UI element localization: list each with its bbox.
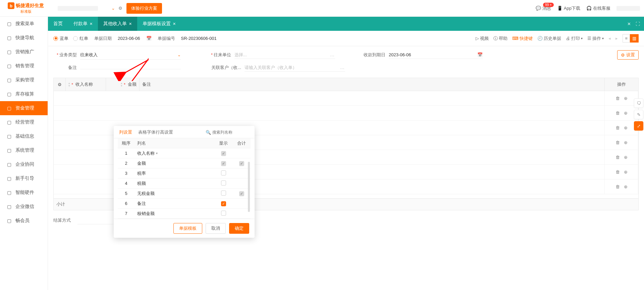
- tab[interactable]: 单据模板设置✕: [137, 17, 181, 31]
- delete-icon[interactable]: 🗑: [615, 155, 620, 160]
- calendar-icon[interactable]: 📅: [146, 36, 152, 41]
- close-icon[interactable]: ✕: [129, 22, 132, 26]
- template-button[interactable]: 单据模板: [173, 223, 202, 234]
- help-button[interactable]: ⓘ帮助: [493, 35, 507, 42]
- row-order: 3: [118, 171, 135, 176]
- operate-button[interactable]: ☰操作▾: [587, 35, 604, 42]
- checkbox-icon[interactable]: [221, 211, 226, 216]
- trial-button[interactable]: 体验行业方案: [126, 3, 162, 14]
- sidebar-item-wechat[interactable]: ▢企业微信: [0, 200, 48, 214]
- tabs-fullscreen-icon[interactable]: ⛶: [634, 20, 641, 28]
- row-order: 5: [118, 191, 135, 196]
- radio-red[interactable]: 红单: [73, 35, 88, 42]
- more-icon[interactable]: …: [330, 52, 335, 57]
- sidebar-item-diamond[interactable]: ▢销售管理: [0, 59, 48, 73]
- print-button[interactable]: 🖨打印▾: [566, 35, 583, 42]
- calendar-icon[interactable]: 📅: [477, 52, 483, 57]
- copy-icon[interactable]: ⊕: [624, 125, 628, 130]
- col-remark[interactable]: 备注: [140, 78, 605, 91]
- popup-tab-columns[interactable]: 列设置: [119, 129, 132, 135]
- scrollbar-thumb[interactable]: [248, 162, 250, 212]
- tab[interactable]: 首页: [48, 17, 68, 31]
- rel-customer-select[interactable]: …: [245, 64, 345, 72]
- history-button[interactable]: 🕘历史单据: [537, 35, 561, 42]
- cancel-button[interactable]: 取消: [206, 223, 226, 234]
- chevron-down-icon: ⌄: [111, 6, 115, 11]
- org-selector[interactable]: ⌄: [58, 6, 115, 11]
- prev-icon[interactable]: ◂: [608, 36, 611, 41]
- sidebar-item-box[interactable]: ▢库存核算: [0, 87, 48, 101]
- sidebar-item-home[interactable]: ▢快捷导航: [0, 31, 48, 45]
- float-expand-icon[interactable]: ⤢: [634, 121, 643, 131]
- col-income-name[interactable]: ▴▾ *收入名称: [66, 78, 106, 91]
- checkbox-icon[interactable]: [221, 191, 226, 196]
- sidebar-item-cart[interactable]: ▢采购管理: [0, 73, 48, 87]
- form-view-button[interactable]: ▥: [630, 34, 639, 43]
- toolbar-right: ▷视频 ⓘ帮助 ⌨快捷键 🕘历史单据 🖨打印▾ ☰操作▾ ◂ ▸ ≡ ▥: [476, 34, 639, 43]
- tab[interactable]: 其他收入单✕: [98, 17, 137, 31]
- chevron-down-icon[interactable]: ▾: [156, 151, 158, 155]
- copy-icon[interactable]: ⊕: [624, 155, 628, 160]
- delete-icon[interactable]: 🗑: [615, 96, 620, 101]
- org-name-blur: [58, 6, 98, 11]
- tabs-close-icon[interactable]: ✕: [626, 20, 632, 28]
- support-link[interactable]: 🎧 在线客服: [586, 5, 610, 11]
- rel-customer-field: 关联客户（收... …: [208, 64, 345, 72]
- popup-search-input[interactable]: [212, 130, 249, 135]
- next-icon[interactable]: ▸: [615, 36, 618, 41]
- gear-icon[interactable]: ⚙: [118, 6, 122, 11]
- sidebar-item-search[interactable]: ▢搜索菜单: [0, 17, 48, 31]
- sidebar-item-doc[interactable]: ▢经营管理: [0, 115, 48, 129]
- sidebar-item-vip[interactable]: ▢畅会员: [0, 214, 48, 228]
- sidebar-item-wallet[interactable]: ▢资金管理: [0, 101, 48, 115]
- float-edit-icon[interactable]: ✎: [634, 110, 643, 119]
- app-download-link[interactable]: 📱 App下载: [557, 5, 580, 11]
- sidebar-item-gift[interactable]: ▢营销推广: [0, 45, 48, 59]
- radio-blue[interactable]: 蓝单: [53, 35, 68, 42]
- delete-icon[interactable]: 🗑: [615, 169, 620, 174]
- delete-icon[interactable]: 🗑: [615, 140, 620, 145]
- party-input[interactable]: [234, 52, 330, 57]
- biz-type-select[interactable]: 往来收入 ⌄: [80, 51, 181, 60]
- sidebar-item-play[interactable]: ▢新手引导: [0, 171, 48, 186]
- float-note-icon[interactable]: 🗨: [634, 98, 643, 108]
- delete-icon[interactable]: 🗑: [615, 111, 620, 116]
- table-row[interactable]: 🗑⊕: [54, 91, 638, 106]
- delete-icon[interactable]: 🗑: [615, 125, 620, 130]
- copy-icon[interactable]: ⊕: [624, 169, 628, 174]
- checkbox-icon[interactable]: ✓: [221, 201, 226, 206]
- copy-icon[interactable]: ⊕: [624, 140, 628, 145]
- copy-icon[interactable]: ⊕: [624, 111, 628, 116]
- copy-icon[interactable]: ⊕: [624, 96, 628, 101]
- checkbox-icon[interactable]: [221, 180, 226, 186]
- copy-icon[interactable]: ⊕: [624, 184, 628, 189]
- settings-button[interactable]: ⚙ 设置: [617, 50, 639, 60]
- sidebar-item-sync[interactable]: ▢系统管理: [0, 143, 48, 157]
- grid-settings-button[interactable]: ⚙: [54, 78, 66, 91]
- sidebar-item-db[interactable]: ▢基础信息: [0, 129, 48, 143]
- confirm-button[interactable]: 确定: [229, 223, 249, 234]
- messages-link[interactable]: 💬 消息 99 +: [536, 5, 551, 11]
- close-icon[interactable]: ✕: [173, 22, 176, 26]
- popup-row: 3税率: [118, 168, 251, 178]
- table-row[interactable]: 🗑⊕: [54, 106, 638, 121]
- checkbox-icon[interactable]: [221, 170, 226, 175]
- due-date-input[interactable]: 2023-06-06 📅: [389, 51, 483, 59]
- tab[interactable]: 付款单✕: [68, 17, 98, 31]
- remark-input[interactable]: [80, 66, 181, 69]
- sidebar-item-building[interactable]: ▢企业协同: [0, 157, 48, 171]
- video-button[interactable]: ▷视频: [476, 35, 489, 42]
- col-amount[interactable]: ▴▾ *金额: [106, 78, 140, 91]
- popup-tab-font[interactable]: 表格字体行高设置: [138, 129, 173, 135]
- sidebar-item-tv[interactable]: ▢智能硬件: [0, 186, 48, 200]
- party-select[interactable]: …: [234, 51, 335, 59]
- rel-customer-input[interactable]: [245, 65, 340, 70]
- user-blur[interactable]: [616, 6, 640, 11]
- delete-icon[interactable]: 🗑: [615, 184, 620, 189]
- list-view-button[interactable]: ≡: [623, 34, 630, 43]
- shortcut-button[interactable]: ⌨快捷键: [512, 35, 533, 42]
- row-name: 税额: [135, 180, 214, 187]
- close-icon[interactable]: ✕: [90, 22, 93, 26]
- date-value[interactable]: 2023-06-06: [118, 36, 140, 41]
- more-icon[interactable]: …: [340, 65, 345, 70]
